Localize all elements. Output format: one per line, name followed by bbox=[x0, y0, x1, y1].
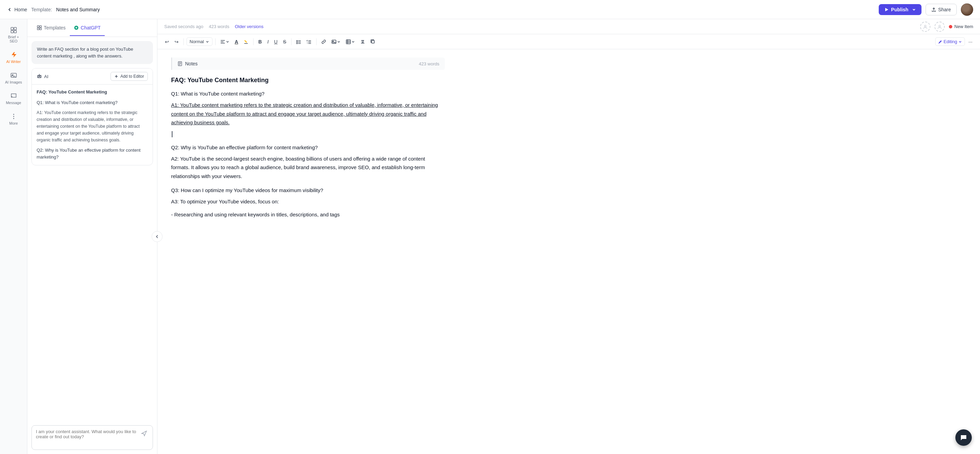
top-bar-right: Publish Share bbox=[879, 3, 973, 16]
chat-input-container bbox=[32, 425, 153, 450]
svg-rect-4 bbox=[14, 30, 16, 33]
sidebar-item-ai-writer[interactable]: AI Writer bbox=[2, 48, 26, 67]
formatting-toolbar: ↩ ↪ Normal A B bbox=[158, 34, 980, 49]
prompt-bubble: Write an FAQ section for a blog post on … bbox=[32, 41, 153, 64]
chat-input[interactable] bbox=[36, 429, 140, 446]
svg-point-9 bbox=[13, 118, 14, 119]
text-color-button[interactable]: A bbox=[233, 38, 240, 46]
italic-icon: I bbox=[267, 39, 269, 45]
link-icon bbox=[321, 39, 326, 44]
panel-tabs: Templates ChatGPT bbox=[27, 19, 157, 37]
top-bar: Home Template: Notes and Summary Publish… bbox=[0, 0, 980, 19]
word-count-status: 423 words bbox=[209, 24, 229, 29]
clear-format-icon bbox=[360, 39, 365, 44]
sidebar-item-ai-images[interactable]: AI Images bbox=[2, 68, 26, 88]
person-icon bbox=[923, 24, 928, 29]
sidebar-item-message[interactable]: Message bbox=[2, 89, 26, 108]
prompt-text: Write an FAQ section for a blog post on … bbox=[37, 46, 133, 59]
bullet-list-button[interactable] bbox=[294, 38, 303, 46]
overflow-dots-icon: ··· bbox=[968, 39, 972, 45]
notes-word-count: 423 words bbox=[419, 61, 439, 67]
chevron-left-collapse-icon bbox=[155, 234, 159, 239]
italic-button[interactable]: I bbox=[265, 38, 270, 46]
undo-button[interactable]: ↩ bbox=[163, 38, 171, 46]
sidebar-item-more[interactable]: More bbox=[2, 110, 26, 129]
toolbar-divider-1 bbox=[183, 38, 184, 45]
more-options-button[interactable] bbox=[369, 38, 377, 46]
redo-button[interactable]: ↪ bbox=[172, 38, 181, 46]
svg-rect-30 bbox=[372, 40, 374, 43]
ai-response-box: AI Add to Editor FAQ: YouTube Content Ma… bbox=[32, 68, 153, 166]
editor-status-bar: Saved seconds ago 423 words Older versio… bbox=[158, 19, 980, 34]
collapse-panel-button[interactable] bbox=[151, 231, 162, 242]
link-button[interactable] bbox=[319, 38, 328, 46]
style-selector[interactable]: Normal bbox=[186, 37, 213, 46]
overflow-menu-button[interactable]: ··· bbox=[966, 38, 975, 46]
bolt-icon bbox=[10, 51, 17, 58]
image-button[interactable] bbox=[329, 38, 342, 46]
share-button[interactable]: Share bbox=[926, 4, 957, 15]
publish-label: Publish bbox=[891, 7, 908, 12]
svg-rect-3 bbox=[11, 30, 13, 33]
templates-icon bbox=[37, 25, 42, 30]
ai-response-body: FAQ: YouTube Content Marketing Q1: What … bbox=[32, 84, 153, 165]
person-icon-2 bbox=[937, 24, 942, 29]
svg-marker-0 bbox=[885, 8, 888, 11]
editor-content-inner: Notes 423 words FAQ: YouTube Content Mar… bbox=[171, 57, 445, 219]
add-icon bbox=[114, 74, 118, 78]
older-versions-link[interactable]: Older versions bbox=[235, 24, 264, 29]
style-chevron-icon bbox=[205, 40, 209, 44]
message-icon bbox=[10, 92, 17, 99]
doc-q2-section: Q2: Why is YouTube an effective platform… bbox=[171, 145, 445, 181]
new-item-indicator: New Item bbox=[949, 24, 973, 29]
doc-q3: Q3: How can I optimize my YouTube videos… bbox=[171, 187, 445, 193]
publish-button[interactable]: Publish bbox=[879, 4, 921, 15]
share-icon bbox=[931, 7, 936, 12]
tab-templates[interactable]: Templates bbox=[33, 20, 70, 36]
strikethrough-button[interactable]: S bbox=[281, 38, 288, 46]
new-item-label: New Item bbox=[955, 24, 973, 29]
numbered-list-button[interactable]: 23 bbox=[305, 38, 313, 46]
tab-chatgpt-label: ChatGPT bbox=[81, 25, 100, 30]
home-link[interactable]: Home bbox=[7, 7, 27, 12]
notes-label-container: Notes bbox=[178, 61, 198, 67]
response-title: FAQ: YouTube Content Marketing bbox=[37, 89, 148, 96]
tab-chatgpt[interactable]: ChatGPT bbox=[70, 20, 105, 36]
main-layout: Brief + SEO AI Writer AI Images Message … bbox=[0, 19, 980, 454]
editing-mode-button[interactable]: Editing bbox=[935, 37, 965, 46]
avatar[interactable] bbox=[961, 3, 973, 16]
chat-bubble-button[interactable] bbox=[955, 429, 972, 446]
editor-area: Saved seconds ago 423 words Older versio… bbox=[158, 19, 980, 454]
grid-icon bbox=[10, 27, 17, 33]
panel-content: Write an FAQ section for a blog post on … bbox=[27, 37, 157, 422]
doc-a3-bullet: - Researching and using relevant keyword… bbox=[171, 210, 445, 219]
sidebar-label-more: More bbox=[9, 121, 18, 125]
svg-point-8 bbox=[13, 116, 14, 117]
underline-button[interactable]: U bbox=[272, 38, 280, 46]
sidebar-label-ai-writer: AI Writer bbox=[6, 60, 21, 64]
align-chevron-icon bbox=[226, 40, 229, 43]
doc-title-section: FAQ: YouTube Content Marketing bbox=[171, 77, 445, 84]
sidebar-label-message: Message bbox=[6, 101, 21, 105]
marker-icon bbox=[243, 39, 248, 44]
sidebar-item-brief-seo[interactable]: Brief + SEO bbox=[2, 23, 26, 46]
bold-button[interactable]: B bbox=[256, 38, 264, 46]
sidebar-label-brief-seo: Brief + SEO bbox=[4, 35, 23, 43]
image-chevron-icon bbox=[337, 40, 340, 43]
style-label: Normal bbox=[189, 39, 204, 44]
template-name: Notes and Summary bbox=[56, 7, 100, 12]
ai-robot-icon bbox=[37, 73, 42, 79]
svg-rect-29 bbox=[346, 40, 350, 44]
add-to-editor-button[interactable]: Add to Editor bbox=[111, 72, 148, 81]
table-button[interactable] bbox=[344, 38, 357, 46]
doc-cursor bbox=[171, 131, 445, 138]
highlight-button[interactable] bbox=[242, 38, 250, 46]
align-button[interactable] bbox=[218, 38, 231, 46]
svg-point-20 bbox=[924, 25, 926, 27]
clear-format-button[interactable] bbox=[358, 38, 367, 46]
doc-title: FAQ: YouTube Content Marketing bbox=[171, 77, 445, 84]
doc-q2: Q2: Why is YouTube an effective platform… bbox=[171, 145, 445, 150]
doc-q1: Q1: What is YouTube content marketing? bbox=[171, 91, 445, 97]
send-button[interactable] bbox=[140, 429, 148, 439]
dots-icon bbox=[10, 113, 17, 120]
